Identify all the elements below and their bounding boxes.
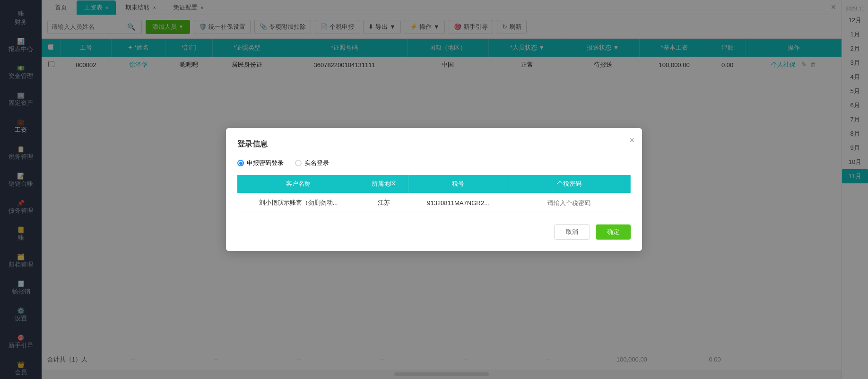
modal-table: 客户名称 所属地区 税号 个税密码 刘小艳演示账套（勿删勿动... 江苏 913…	[237, 175, 631, 213]
app-container: 账 财务 📊 报表中心 💵 资金管理 🏢 固定资产 💼 工资 📋 税务管理 📝 …	[0, 0, 868, 379]
modal-title: 登录信息	[237, 139, 631, 149]
radio-report-pwd-circle	[237, 160, 244, 166]
modal-col-tax-no: 税号	[408, 175, 508, 193]
radio-report-pwd[interactable]: 申报密码登录	[237, 159, 284, 167]
modal-col-region: 所属地区	[359, 175, 408, 193]
cancel-button[interactable]: 取消	[554, 224, 590, 240]
radio-real-name[interactable]: 实名登录	[295, 159, 329, 167]
modal-overlay: 登录信息 × 申报密码登录 实名登录 客户名称 所属地区	[0, 0, 868, 379]
modal-col-password: 个税密码	[508, 175, 630, 193]
radio-report-pwd-label: 申报密码登录	[247, 159, 284, 167]
radio-group: 申报密码登录 实名登录	[237, 159, 631, 167]
login-modal: 登录信息 × 申报密码登录 实名登录 客户名称 所属地区	[226, 128, 642, 251]
modal-table-row: 刘小艳演示账套（勿删勿动... 江苏 91320811MA7NGR2...	[237, 193, 631, 213]
confirm-button[interactable]: 确定	[596, 224, 631, 240]
radio-real-name-circle	[295, 160, 302, 166]
modal-close-btn[interactable]: ×	[629, 136, 634, 146]
modal-row-password[interactable]	[508, 193, 630, 213]
modal-footer: 取消 确定	[237, 224, 631, 240]
modal-row-name: 刘小艳演示账套（勿删勿动...	[237, 193, 359, 213]
tax-password-input[interactable]	[513, 199, 625, 207]
modal-col-name: 客户名称	[237, 175, 359, 193]
modal-row-tax-no: 91320811MA7NGR2...	[408, 193, 508, 213]
modal-row-region: 江苏	[359, 193, 408, 213]
radio-real-name-label: 实名登录	[304, 159, 329, 167]
